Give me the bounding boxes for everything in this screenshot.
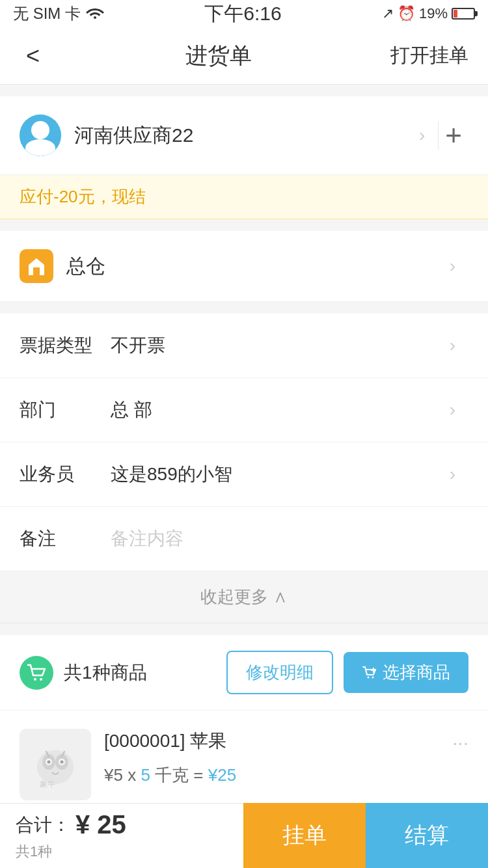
page-title: 进货单 bbox=[185, 41, 252, 71]
department-chevron-icon: › bbox=[450, 400, 455, 420]
svg-point-2 bbox=[40, 678, 42, 681]
total-section: 合计： ¥ 25 共1种 bbox=[0, 803, 243, 868]
product-price: ¥5 x 5 千克 = ¥25 bbox=[104, 764, 439, 787]
salesperson-chevron-icon: › bbox=[450, 464, 455, 485]
avatar-person-icon bbox=[20, 115, 61, 156]
product-thumbnail: 象牛 bbox=[20, 729, 91, 800]
product-more-button[interactable]: ··· bbox=[452, 729, 468, 753]
product-quantity: 5 bbox=[141, 765, 150, 785]
select-product-label: 选择商品 bbox=[383, 661, 450, 684]
department-row[interactable]: 部门 总 部 › bbox=[0, 378, 488, 442]
product-section: 共1种商品 修改明细 选择商品 bbox=[0, 635, 488, 819]
notice-bar: 应付-20元，现结 bbox=[0, 175, 488, 219]
status-time: 下午6:16 bbox=[204, 1, 281, 27]
notice-text: 应付-20元，现结 bbox=[20, 187, 146, 206]
nav-bar: < 进货单 打开挂单 bbox=[0, 27, 488, 85]
product-total: ¥25 bbox=[208, 765, 236, 785]
collapse-toggle-text: 收起更多 ∧ bbox=[200, 587, 287, 606]
svg-point-12 bbox=[47, 761, 51, 764]
divider-4 bbox=[0, 623, 488, 635]
warehouse-icon bbox=[20, 249, 53, 283]
warehouse-section: 总仓 › bbox=[0, 231, 488, 302]
department-value: 总 部 bbox=[111, 398, 450, 422]
invoice-chevron-icon: › bbox=[450, 335, 455, 356]
total-label: 合计： bbox=[16, 813, 70, 837]
warehouse-name: 总仓 bbox=[66, 253, 450, 280]
product-unit: 千克 bbox=[155, 765, 189, 785]
warehouse-row[interactable]: 总仓 › bbox=[0, 231, 488, 302]
invoice-type-label: 票据类型 bbox=[20, 333, 98, 358]
svg-point-1 bbox=[34, 678, 36, 681]
remark-label: 备注 bbox=[20, 526, 98, 551]
battery-icon bbox=[452, 8, 475, 20]
battery-percent: 19% bbox=[419, 5, 448, 22]
back-button[interactable]: < bbox=[20, 36, 46, 76]
divider-2 bbox=[0, 219, 488, 231]
remark-row[interactable]: 备注 备注内容 bbox=[0, 507, 488, 571]
main-content: 河南供应商22 › + 应付-20元，现结 总仓 › 票据类型 不开票 bbox=[0, 85, 488, 868]
warehouse-chevron-icon: › bbox=[450, 256, 455, 277]
svg-rect-0 bbox=[33, 267, 40, 275]
invoice-type-row[interactable]: 票据类型 不开票 › bbox=[0, 314, 488, 378]
product-code: [0000001] bbox=[104, 731, 185, 751]
form-section: 票据类型 不开票 › 部门 总 部 › 业务员 这是859的小智 › 备注 备注… bbox=[0, 314, 488, 571]
status-left: 无 SIM 卡 bbox=[13, 3, 104, 24]
divider-3 bbox=[0, 302, 488, 314]
product-title: 苹果 bbox=[190, 731, 226, 751]
svg-text:象牛: 象牛 bbox=[40, 780, 55, 789]
select-product-button[interactable]: 选择商品 bbox=[344, 652, 468, 693]
add-supplier-button[interactable]: + bbox=[439, 119, 468, 152]
total-value: ¥ 25 bbox=[75, 810, 126, 839]
divider-1 bbox=[0, 85, 488, 96]
department-label: 部门 bbox=[20, 398, 98, 422]
product-count-text: 共1种商品 bbox=[64, 660, 216, 685]
supplier-row[interactable]: 河南供应商22 › + bbox=[0, 96, 488, 175]
salesperson-label: 业务员 bbox=[20, 462, 98, 487]
checkout-button[interactable]: 结算 bbox=[366, 803, 488, 868]
svg-point-4 bbox=[372, 676, 374, 678]
svg-point-3 bbox=[368, 676, 370, 678]
product-header: 共1种商品 修改明细 选择商品 bbox=[0, 635, 488, 711]
edit-detail-button[interactable]: 修改明细 bbox=[226, 651, 333, 694]
status-right: ↗ ⏰ 19% bbox=[382, 5, 475, 22]
total-amount: 合计： ¥ 25 bbox=[16, 810, 228, 839]
status-bar: 无 SIM 卡 下午6:16 ↗ ⏰ 19% bbox=[0, 0, 488, 27]
hang-button[interactable]: 挂单 bbox=[243, 803, 366, 868]
svg-point-13 bbox=[61, 761, 64, 764]
collapse-toggle[interactable]: 收起更多 ∧ bbox=[0, 571, 488, 623]
salesperson-row[interactable]: 业务员 这是859的小智 › bbox=[0, 442, 488, 507]
wifi-icon bbox=[86, 5, 104, 23]
product-unit-price: ¥5 bbox=[104, 765, 123, 785]
carrier-text: 无 SIM 卡 bbox=[13, 3, 81, 24]
alarm-icon: ⏰ bbox=[398, 5, 415, 22]
invoice-type-value: 不开票 bbox=[111, 333, 450, 358]
supplier-name: 河南供应商22 bbox=[74, 122, 419, 149]
product-name: [0000001] 苹果 bbox=[104, 729, 439, 753]
supplier-section: 河南供应商22 › + 应付-20元，现结 bbox=[0, 96, 488, 219]
total-sub: 共1种 bbox=[16, 842, 228, 861]
supplier-avatar bbox=[20, 115, 61, 156]
chevron-right-icon: › bbox=[419, 125, 425, 146]
product-cart-icon bbox=[20, 656, 53, 690]
open-hang-button[interactable]: 打开挂单 bbox=[390, 42, 468, 69]
bottom-bar: 合计： ¥ 25 共1种 挂单 结算 bbox=[0, 803, 488, 868]
product-info: [0000001] 苹果 ¥5 x 5 千克 = ¥25 bbox=[104, 729, 439, 787]
remark-placeholder[interactable]: 备注内容 bbox=[111, 526, 468, 551]
location-icon: ↗ bbox=[382, 5, 394, 22]
salesperson-value: 这是859的小智 bbox=[111, 462, 450, 487]
